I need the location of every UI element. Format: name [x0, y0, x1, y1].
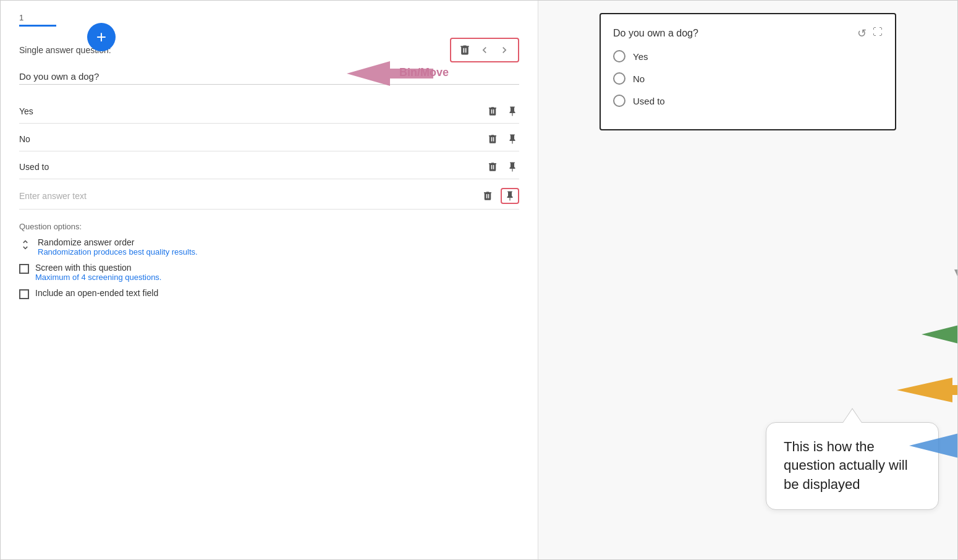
screen-sub-text: Maximum of 4 screening questions. — [35, 273, 161, 282]
answer-text-yes: Yes — [19, 106, 486, 116]
blue-underline — [19, 25, 56, 27]
answer-text-no: No — [19, 134, 486, 144]
trash-icon — [487, 161, 498, 172]
refresh-icon[interactable]: ↺ — [857, 27, 867, 40]
preview-question-text: Do you own a dog? — [613, 28, 698, 39]
radio-usedto — [613, 95, 625, 107]
svg-marker-3 — [954, 269, 958, 279]
move-left-button[interactable] — [476, 41, 493, 59]
radio-no — [613, 72, 625, 85]
screen-main-text: Screen with this question — [35, 263, 161, 273]
options-section: Question options: Randomize answer order… — [19, 222, 519, 299]
preview-option-usedto-text: Used to — [633, 96, 665, 106]
answer-row-usedto: Used to — [19, 155, 519, 179]
pin-answer-usedto-button[interactable] — [506, 160, 519, 174]
trash-icon — [482, 190, 493, 202]
answer-text-usedto: Used to — [19, 162, 486, 172]
preview-option-yes-text: Yes — [633, 51, 648, 62]
sort-icon — [19, 239, 32, 253]
answer-row-new: Enter answer text — [19, 183, 519, 210]
randomize-option-text: Randomize answer order Randomization pro… — [38, 237, 198, 257]
trash-icon — [459, 44, 471, 56]
options-label: Question options: — [19, 222, 519, 231]
randomize-main-text: Randomize answer order — [38, 237, 198, 247]
expand-icon[interactable]: ⛶ — [873, 27, 883, 40]
pin-icon — [504, 190, 515, 202]
svg-marker-6 — [897, 378, 958, 402]
screen-in-annotation: Screen in — [829, 427, 958, 467]
answer-icons-usedto — [486, 160, 519, 174]
screen-checkbox[interactable] — [19, 264, 29, 274]
preview-option-no: No — [613, 72, 883, 85]
randomize-sub-text: Randomization produces best quality resu… — [38, 247, 198, 257]
pin-answer-no-button[interactable] — [506, 132, 519, 146]
svg-text:Bin/Move: Bin/Move — [399, 66, 449, 78]
answer-row-yes: Yes — [19, 100, 519, 124]
pinning-annotation: Pinning — [841, 316, 958, 354]
delete-new-answer-button[interactable] — [481, 189, 494, 203]
randomize-option-row: Randomize answer order Randomization pro… — [19, 237, 519, 257]
preview-option-usedto: Used to — [613, 95, 883, 107]
right-panel: Do you own a dog? ↺ ⛶ Yes No Used to Thi… — [538, 1, 957, 559]
answer-row-no: No — [19, 127, 519, 151]
delete-answer-yes-button[interactable] — [486, 104, 499, 118]
answer-icons-new — [481, 188, 519, 204]
answer-icons-yes — [486, 104, 519, 118]
preview-option-yes: Yes — [613, 50, 883, 62]
delete-answer-usedto-button[interactable] — [486, 160, 499, 174]
add-question-button[interactable]: + — [87, 23, 116, 51]
openended-option-text: Include an open-ended text field — [35, 288, 158, 298]
arrow-right-icon — [498, 44, 511, 56]
preview-header-icons: ↺ ⛶ — [857, 27, 883, 40]
connector-line — [897, 235, 958, 310]
randomization-annotation: Randomization — [816, 371, 958, 411]
svg-marker-4 — [922, 322, 958, 347]
svg-marker-8 — [909, 433, 958, 458]
trash-icon — [487, 106, 498, 117]
openended-option-row: Include an open-ended text field — [19, 288, 519, 299]
pin-answer-yes-button[interactable] — [506, 104, 519, 118]
screen-option-text: Screen with this question Maximum of 4 s… — [35, 263, 161, 282]
answer-list: Yes No — [19, 100, 519, 210]
preview-box: Do you own a dog? ↺ ⛶ Yes No Used to — [600, 13, 896, 130]
answer-icons-no — [486, 132, 519, 146]
openended-checkbox[interactable] — [19, 289, 29, 299]
pin-icon — [507, 134, 518, 145]
question-number: 1 — [19, 13, 56, 22]
trash-icon — [487, 134, 498, 145]
pin-icon — [507, 106, 518, 117]
new-answer-placeholder: Enter answer text — [19, 191, 481, 201]
left-panel: 1 + Single answer question: — [1, 1, 538, 559]
arrow-left-icon — [478, 44, 491, 56]
move-right-button[interactable] — [496, 41, 513, 59]
bin-move-annotation: Bin/Move — [266, 55, 464, 95]
openended-main-text: Include an open-ended text field — [35, 288, 158, 298]
pin-icon — [507, 161, 518, 172]
screen-option-row: Screen with this question Maximum of 4 s… — [19, 263, 519, 282]
radio-yes — [613, 50, 625, 62]
pin-new-answer-button[interactable] — [501, 188, 519, 204]
preview-header: Do you own a dog? ↺ ⛶ — [613, 27, 883, 40]
delete-answer-no-button[interactable] — [486, 132, 499, 146]
preview-option-no-text: No — [633, 74, 645, 84]
